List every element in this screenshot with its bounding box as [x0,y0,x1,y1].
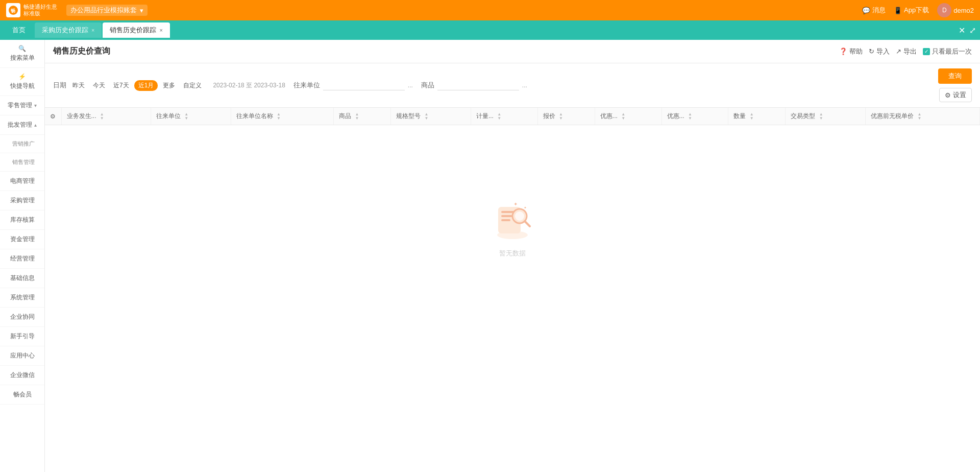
table-container: ⚙ 业务发生... ▲▼ 往来单位 ▲▼ 往来单位名称 ▲ [45,108,980,472]
sort-icon: ▲▼ [918,112,922,121]
sidebar-item-wholesale[interactable]: 批发管理 ▴ [0,115,44,135]
content-area: 销售历史价查询 ❓ 帮助 ↻ 导入 ↗ 导出 [45,40,980,472]
company-selector[interactable]: 办公用品行业模拟账套 ▾ [66,5,148,16]
settings-button[interactable]: ⚙ 设置 [939,88,972,102]
tab-home[interactable]: 首页 [4,22,34,38]
sidebar-item-inventory[interactable]: 库存核算 [0,210,44,230]
help-action[interactable]: ❓ 帮助 [839,47,863,56]
tab-bar: 首页 采购历史价跟踪 × 销售历史价跟踪 × ✕ ⤢ [0,20,980,40]
sort-icon: ▲▼ [688,112,692,121]
nav-icon: ⚡ [18,73,26,80]
date-btn-custom[interactable]: 自定义 [180,80,205,91]
top-actions: 💬 消息 📱 App下载 D demo2 [862,3,974,17]
sidebar-item-apps[interactable]: 应用中心 [0,346,44,366]
chevron-down-icon: ▾ [140,7,143,14]
app-icon: 📱 [894,7,902,14]
app-download-action[interactable]: 📱 App下载 [894,6,929,15]
date-btn-more[interactable]: 更多 [160,80,178,91]
chevron-down-icon: ▾ [34,103,37,108]
sidebar-item-system[interactable]: 系统管理 [0,288,44,308]
product-input[interactable] [437,80,519,90]
settings-icon: ⚙ [945,91,951,99]
svg-rect-6 [501,219,510,221]
import-icon: ↻ [869,48,874,55]
export-action[interactable]: ↗ 导出 [896,47,917,56]
date-label: 日期 [53,81,66,90]
maximize-window-btn[interactable]: ⤢ [969,26,976,35]
th-gear[interactable]: ⚙ [45,108,61,125]
th-discount1[interactable]: 优惠... ▲▼ [595,108,662,125]
empty-state: ✦ ✦ 暂无数据 [45,156,980,299]
th-product[interactable]: 商品 ▲▼ [334,108,391,125]
sidebar-item-marketing[interactable]: 营销推广 [0,135,44,153]
sidebar-item-ecommerce[interactable]: 电商管理 [0,172,44,191]
only-last-checkbox[interactable]: ✓ 只看最后一次 [923,47,972,56]
filter-bar: 日期 昨天 今天 近7天 近1月 更多 自定义 2023-02-18 至 202… [45,63,980,108]
checkbox-checked-icon: ✓ [923,48,930,55]
sidebar-item-wechat[interactable]: 企业微信 [0,366,44,385]
date-btn-yesterday[interactable]: 昨天 [69,80,88,91]
sort-icon: ▲▼ [559,112,563,121]
message-action[interactable]: 💬 消息 [862,6,886,15]
sidebar-item-search-menu[interactable]: 🔍 搜索菜单 [0,40,44,68]
product-filter-group: 商品 ... [421,80,527,90]
th-trade-type[interactable]: 交易类型 ▲▼ [786,108,866,125]
sidebar-item-finance[interactable]: 资金管理 [0,230,44,249]
table-header-row: ⚙ 业务发生... ▲▼ 往来单位 ▲▼ 往来单位名称 ▲ [45,108,980,125]
sidebar-item-operation[interactable]: 经营管理 [0,249,44,269]
sidebar-item-basic[interactable]: 基础信息 [0,269,44,288]
th-partner-code[interactable]: 往来单位 ▲▼ [151,108,231,125]
partner-filter-group: 往来单位 ... [293,80,413,90]
date-range-display: 2023-02-18 至 2023-03-18 [213,81,285,90]
sort-icon: ▲▼ [425,112,429,121]
empty-illustration: ✦ ✦ [487,197,538,243]
th-qty[interactable]: 数量 ▲▼ [728,108,786,125]
avatar: D [937,3,951,17]
product-label: 商品 [421,81,434,90]
th-pretax-price[interactable]: 优惠前无税单价 ▲▼ [866,108,980,125]
th-discount2[interactable]: 优惠... ▲▼ [662,108,728,125]
sort-icon: ▲▼ [100,112,104,121]
sidebar-item-sales-mgmt[interactable]: 销售管理 [0,153,44,172]
page-header: 销售历史价查询 ❓ 帮助 ↻ 导入 ↗ 导出 [45,40,980,63]
sidebar-item-member[interactable]: 畅会员 [0,385,44,405]
sidebar: 🔍 搜索菜单 ⚡ 快捷导航 零售管理 ▾ 批发管理 ▴ 营销推广 销售管理 电商… [0,40,45,472]
sort-icon: ▲▼ [621,112,625,121]
th-biz-date[interactable]: 业务发生... ▲▼ [61,108,151,125]
logo-text: 畅捷通好生意 标准版 [23,4,57,17]
user-action[interactable]: D demo2 [937,3,974,17]
tab-sales-close[interactable]: × [159,27,162,33]
tab-purchase[interactable]: 采购历史价跟踪 × [35,22,102,38]
date-btn-week[interactable]: 近7天 [110,80,132,91]
sidebar-item-enterprise[interactable]: 企业协同 [0,308,44,327]
th-unit[interactable]: 计量... ▲▼ [471,108,537,125]
product-dots: ... [522,82,527,89]
logo-icon: 畅 [6,3,20,17]
header-actions: ❓ 帮助 ↻ 导入 ↗ 导出 ✓ 只看最后一 [839,47,972,56]
tab-bar-controls: ✕ ⤢ [959,26,976,35]
date-btn-today[interactable]: 今天 [90,80,108,91]
logo: 畅 畅捷通好生意 标准版 [6,3,57,17]
empty-state-row: ✦ ✦ 暂无数据 [45,125,980,330]
help-icon: ❓ [839,48,847,55]
svg-text:畅: 畅 [11,8,15,13]
import-action[interactable]: ↻ 导入 [869,47,890,56]
tab-sales[interactable]: 销售历史价跟踪 × [103,22,169,38]
close-window-btn[interactable]: ✕ [959,26,965,35]
main-layout: 🔍 搜索菜单 ⚡ 快捷导航 零售管理 ▾ 批发管理 ▴ 营销推广 销售管理 电商… [0,40,980,472]
sidebar-item-purchase[interactable]: 采购管理 [0,191,44,210]
sidebar-item-quick-nav[interactable]: ⚡ 快捷导航 [0,68,44,96]
th-spec[interactable]: 规格型号 ▲▼ [391,108,471,125]
th-price[interactable]: 报价 ▲▼ [537,108,595,125]
date-btn-month[interactable]: 近1月 [134,80,158,91]
svg-text:✦: ✦ [524,206,527,209]
partner-input[interactable] [323,80,405,90]
sort-icon: ▲▼ [497,112,501,121]
export-icon: ↗ [896,48,901,55]
sidebar-item-newbie[interactable]: 新手引导 [0,327,44,346]
date-range-text: 2023-02-18 至 2023-03-18 [213,81,285,90]
th-partner-name[interactable]: 往来单位名称 ▲▼ [231,108,333,125]
sidebar-item-retail[interactable]: 零售管理 ▾ [0,96,44,115]
query-button[interactable]: 查询 [938,68,972,84]
tab-purchase-close[interactable]: × [91,27,94,33]
